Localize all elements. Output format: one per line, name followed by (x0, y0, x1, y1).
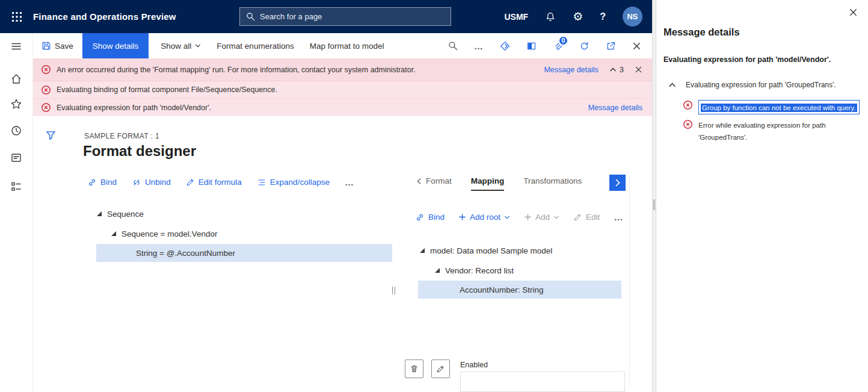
tree-expanded-caret-icon (96, 211, 102, 217)
splitter-grip-icon (653, 199, 655, 210)
details-error-item[interactable]: Error while evaluating expression for pa… (683, 119, 834, 143)
nav-home-button[interactable] (10, 73, 22, 87)
add-root-button[interactable]: Add root (458, 213, 510, 222)
nav-menu-button[interactable] (10, 40, 22, 55)
nav-favorites-button[interactable] (10, 98, 22, 113)
message-count: 3 (620, 65, 624, 74)
designer-more-button[interactable]: … (345, 177, 354, 187)
collapse-messages-button[interactable]: 3 (609, 65, 624, 74)
tree-node-vendor[interactable]: Vendor: Record list (434, 261, 514, 279)
list-icon (257, 178, 266, 187)
error-icon (683, 119, 693, 129)
nav-tasklist-button[interactable] (10, 181, 22, 195)
pencil-icon (186, 178, 195, 187)
designer-toolbar: Bind Unbind Edit formula Expand/collapse… (87, 177, 354, 187)
nav-forms-button[interactable] (10, 152, 22, 166)
chevron-up-icon (668, 81, 676, 89)
error-message-row: An error occurred during the 'Format map… (33, 58, 652, 81)
map-format-to-model-button[interactable]: Map format to model (310, 42, 384, 51)
message-bar-stack: An error occurred during the 'Format map… (33, 58, 652, 116)
left-nav-rail (0, 33, 33, 392)
message-details-link[interactable]: Message details (588, 104, 642, 112)
details-group-header[interactable]: Evaluating expression for path 'GroupedT… (668, 81, 858, 89)
page-title: Format designer (83, 143, 196, 160)
edit-button[interactable]: Edit (573, 213, 600, 222)
tab-transformations[interactable]: Transformations (523, 176, 582, 185)
pane-splitter-handle[interactable] (392, 287, 395, 294)
search-icon (448, 41, 458, 51)
home-icon (10, 73, 22, 85)
panel-splitter[interactable] (652, 0, 656, 392)
close-icon (635, 66, 642, 73)
add-button[interactable]: Add (524, 213, 559, 222)
avatar[interactable]: NS (623, 7, 642, 26)
topbar-right-cluster: USMF ⚙ ? NS (505, 7, 653, 26)
error-item-text: Error while evaluating expression for pa… (698, 119, 834, 143)
tree-node-sequence[interactable]: Sequence (96, 205, 144, 223)
clock-icon (10, 125, 22, 137)
error-icon (41, 102, 51, 113)
tab-mapping[interactable]: Mapping (471, 176, 505, 191)
action-search-button[interactable] (448, 41, 458, 51)
split-view-button[interactable] (526, 41, 537, 51)
show-details-button[interactable]: Show details (82, 33, 149, 58)
task-list-icon (10, 181, 22, 193)
tree-node-model[interactable]: model: Data model Sample model (419, 241, 552, 260)
save-button[interactable]: Save (42, 41, 73, 51)
settings-button[interactable]: ⚙ (573, 11, 583, 22)
main-column: Save Show details Show all Format enumer… (33, 33, 652, 392)
attachments-button[interactable]: 0 (553, 41, 563, 51)
tree-node-sequence-vendor[interactable]: Sequence = model.Vendor (111, 225, 218, 243)
tree-expanded-caret-icon (111, 231, 117, 237)
link-icon (87, 178, 97, 187)
error-message-text: Evaluating binding of format component F… (57, 86, 277, 94)
help-button[interactable]: ? (600, 11, 606, 22)
details-error-item[interactable]: Group by function can not be executed wi… (683, 100, 860, 114)
search-icon (246, 12, 255, 21)
bell-icon (545, 11, 556, 22)
open-in-new-window-button[interactable] (606, 41, 616, 51)
error-message-text: Evaluating expression for path 'model/Ve… (57, 104, 211, 112)
close-panel-button[interactable] (849, 8, 858, 19)
selected-error-text-box: Group by function can not be executed wi… (698, 100, 860, 114)
page-search-box[interactable]: Search for a page (239, 7, 451, 26)
unbind-button[interactable]: Unbind (132, 178, 171, 187)
split-view-icon (526, 41, 537, 51)
format-enumerations-button[interactable]: Format enumerations (217, 42, 294, 51)
bind-button[interactable]: Bind (87, 178, 117, 187)
action-bar-right-icons: … 0 (448, 41, 652, 51)
company-selector[interactable]: USMF (505, 12, 529, 22)
notifications-button[interactable] (545, 11, 556, 22)
edit-formula-button[interactable]: Edit formula (186, 178, 242, 187)
filter-button[interactable] (45, 129, 57, 143)
nav-recent-button[interactable] (10, 125, 22, 139)
edit-value-button[interactable] (431, 359, 450, 378)
close-page-button[interactable] (632, 42, 641, 51)
tab-scroll-next-button[interactable] (609, 175, 626, 191)
more-options-button[interactable]: … (474, 41, 484, 51)
error-icon (683, 100, 693, 110)
tab-format[interactable]: Format (416, 176, 452, 185)
refresh-button[interactable] (579, 41, 589, 51)
dismiss-messages-button[interactable] (635, 66, 642, 73)
expand-collapse-button[interactable]: Expand/collapse (257, 178, 330, 187)
waffle-icon (12, 12, 22, 22)
tree-node-accountnumber-selected[interactable]: AccountNumber: String (418, 281, 621, 299)
hamburger-icon (10, 40, 22, 52)
search-placeholder: Search for a page (260, 12, 322, 21)
gear-icon: ⚙ (573, 10, 583, 23)
pencil-icon (573, 213, 582, 222)
mapping-bind-button[interactable]: Bind (415, 213, 445, 222)
message-details-link[interactable]: Message details (544, 66, 598, 74)
chevron-down-icon (195, 43, 201, 49)
delete-button[interactable] (405, 359, 423, 378)
mapping-more-button[interactable]: … (614, 212, 623, 222)
form-card-icon (10, 152, 22, 164)
power-apps-button[interactable] (500, 41, 510, 51)
selected-error-text: Group by function can not be executed wi… (701, 104, 857, 112)
tree-node-string-selected[interactable]: String = @.AccountNumber (96, 244, 392, 262)
show-all-dropdown[interactable]: Show all (161, 42, 201, 51)
enabled-field-input[interactable] (460, 372, 625, 392)
app-launcher-button[interactable] (0, 0, 33, 33)
app-title: Finance and Operations Preview (33, 11, 176, 22)
